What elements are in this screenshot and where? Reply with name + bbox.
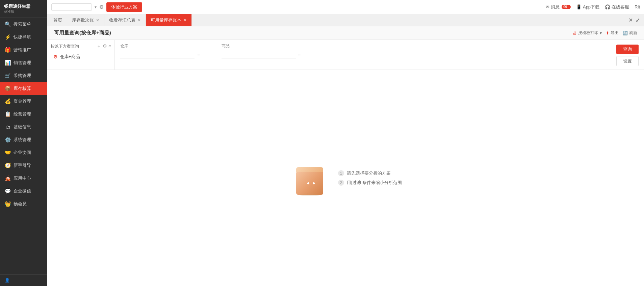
sidebar-logo: 畅康通好生意 标准版 — [0, 0, 47, 18]
tab-home[interactable]: 首页 — [49, 14, 67, 26]
query-scheme-title: 按以下方案查询 — [51, 44, 79, 49]
sidebar-item-app_center[interactable]: 🎪应用中心 — [0, 172, 47, 185]
tab-label-batch_account: 库存批次账 — [72, 17, 94, 23]
sidebar-enterprise-label: 企业协同 — [14, 150, 31, 156]
export-label: 导出 — [611, 30, 619, 36]
online-service-button[interactable]: 🎧 在线客服 — [605, 4, 629, 10]
sidebar-wechat_biz-icon: 💬 — [5, 188, 11, 194]
tabs-right-actions: ✕ ⤢ — [628, 17, 643, 23]
sidebar-inventory-icon: 📦 — [5, 85, 11, 92]
sidebar-item-wechat_biz[interactable]: 💬企业微信 — [0, 185, 47, 198]
sidebar-app_center-label: 应用中心 — [14, 175, 31, 181]
goods-more-icon[interactable]: ··· — [298, 52, 302, 57]
page-title: 可用量查询(按仓库+商品) — [54, 30, 111, 36]
sidebar-sys_mgmt-label: 系统管理 — [14, 137, 31, 143]
add-scheme-icon[interactable]: ＋ — [97, 43, 101, 49]
print-button[interactable]: 🖨 按模板打印 ▾ — [573, 30, 602, 36]
refresh-button[interactable]: 🔄 刷新 — [623, 30, 637, 36]
tab-batch_account[interactable]: 库存批次账✕ — [67, 14, 104, 26]
goods-input-row: ··· — [222, 50, 316, 58]
sidebar-enterprise-icon: 🤝 — [5, 150, 11, 156]
settings-scheme-icon[interactable]: ⚙ — [103, 43, 107, 49]
sidebar-base_info-icon: 🗂 — [5, 124, 11, 130]
topbar-chevron-icon[interactable]: ▾ — [95, 5, 97, 9]
sidebar-marketing_promo-icon: 🎁 — [5, 47, 11, 53]
sidebar-item-shortcut[interactable]: ⚡快捷导航 — [0, 31, 47, 44]
collapse-scheme-icon[interactable]: « — [108, 43, 111, 49]
empty-hints: 1 请先选择要分析的方案 2 用[过滤]条件来缩小分析范围 — [338, 170, 402, 186]
maximize-button[interactable]: ⤢ — [636, 17, 640, 23]
industry-solution-button[interactable]: 体验行业方案 — [106, 2, 142, 12]
tab-close-collect_summary[interactable]: ✕ — [137, 18, 141, 23]
sidebar-item-vip[interactable]: 👑畅会员 — [0, 198, 47, 210]
tab-label-available_ledger: 可用量库存账本 — [151, 17, 181, 23]
topbar-gear-icon[interactable]: ⚙ — [99, 4, 104, 10]
sidebar-operations-label: 经营管理 — [14, 111, 31, 117]
goods-filter-field: 商品 ··· — [222, 43, 316, 58]
sidebar-shortcut-icon: ⚡ — [5, 34, 11, 40]
warehouse-more-icon[interactable]: ··· — [197, 52, 200, 57]
sidebar-vip-icon: 👑 — [5, 201, 11, 207]
sidebar-operations-icon: 📋 — [5, 111, 11, 117]
hint-text-1: 请先选择要分析的方案 — [347, 170, 391, 176]
print-chevron-icon: ▾ — [600, 31, 602, 35]
refresh-icon: 🔄 — [623, 31, 628, 35]
scheme-warehouse-goods[interactable]: ⚙ 仓库+商品 — [51, 52, 111, 61]
refresh-label: 刷新 — [629, 30, 637, 36]
topbar-search-input[interactable] — [51, 3, 92, 11]
hint-text-2: 用[过滤]条件来缩小分析范围 — [347, 180, 402, 186]
tab-close-available_ledger[interactable]: ✕ — [183, 18, 187, 23]
sidebar: 畅康通好生意 标准版 🔍搜索菜单⚡快捷导航🎁营销推广📊销售管理🛒采购管理📦库存核… — [0, 0, 47, 286]
headset-icon: 🎧 — [605, 4, 610, 9]
tab-available_ledger[interactable]: 可用量库存账本✕ — [146, 14, 192, 26]
left-eye — [307, 182, 309, 184]
sidebar-sales_mgmt-icon: 📊 — [5, 60, 11, 66]
sidebar-nav: 🔍搜索菜单⚡快捷导航🎁营销推广📊销售管理🛒采购管理📦库存核算💰资金管理📋经营管理… — [0, 18, 47, 274]
sidebar-purchase_mgmt-icon: 🛒 — [5, 73, 11, 79]
sidebar-bottom-user[interactable]: 👤 — [0, 274, 47, 286]
sidebar-item-inventory[interactable]: 📦库存核算 — [0, 82, 47, 95]
sidebar-item-new_guide[interactable]: 🧭新手引导 — [0, 159, 47, 172]
sidebar-search-label: 搜索菜单 — [14, 21, 31, 27]
scheme-label: 仓库+商品 — [60, 54, 80, 60]
sidebar-base_info-label: 基础信息 — [14, 124, 31, 130]
sidebar-item-finance[interactable]: 💰资金管理 — [0, 95, 47, 108]
warehouse-input[interactable] — [120, 50, 195, 58]
sidebar-item-sales_mgmt[interactable]: 📊销售管理 — [0, 56, 47, 69]
print-icon: 🖨 — [573, 31, 577, 35]
scheme-gear-icon: ⚙ — [53, 54, 58, 59]
sidebar-sales_mgmt-label: 销售管理 — [14, 60, 31, 66]
message-button[interactable]: ✉ 消息 99+ — [546, 4, 571, 10]
topbar: ▾ ⚙ 体验行业方案 ✉ 消息 99+ 📱 App下载 🎧 在线客服 Rit — [47, 0, 644, 14]
message-label: 消息 — [551, 4, 560, 10]
sidebar-item-marketing_promo[interactable]: 🎁营销推广 — [0, 44, 47, 56]
tab-close-batch_account[interactable]: ✕ — [96, 18, 99, 23]
query-filter-area: 仓库 ··· 商品 ··· 查询 设置 — [115, 40, 644, 70]
sidebar-item-sys_mgmt[interactable]: ⚙️系统管理 — [0, 133, 47, 146]
query-button[interactable]: 查询 — [616, 45, 639, 54]
query-settings-button[interactable]: 设置 — [616, 56, 639, 66]
hint-num-2: 2 — [338, 180, 344, 186]
query-section: 按以下方案查询 ＋ ⚙ « ⚙ 仓库+商品 仓库 — [47, 40, 644, 70]
sidebar-item-enterprise[interactable]: 🤝企业协同 — [0, 146, 47, 159]
warehouse-filter-field: 仓库 ··· — [120, 43, 215, 58]
sidebar-item-search[interactable]: 🔍搜索菜单 — [0, 18, 47, 31]
message-badge: 99+ — [562, 5, 571, 9]
query-buttons: 查询 设置 — [616, 43, 639, 66]
username-label[interactable]: Rit — [635, 4, 640, 9]
tab-label-home: 首页 — [53, 17, 62, 23]
close-tab-button[interactable]: ✕ — [628, 17, 633, 23]
export-button[interactable]: ⬆ 导出 — [606, 30, 619, 36]
app-download-button[interactable]: 📱 App下载 — [576, 4, 599, 10]
sidebar-finance-icon: 💰 — [5, 98, 11, 104]
sidebar-item-operations[interactable]: 📋经营管理 — [0, 108, 47, 121]
sidebar-item-base_info[interactable]: 🗂基础信息 — [0, 121, 47, 133]
sidebar-wechat_biz-label: 企业微信 — [14, 188, 31, 194]
tab-collect_summary[interactable]: 收发存汇总表✕ — [104, 14, 146, 26]
sidebar-item-purchase_mgmt[interactable]: 🛒采购管理 — [0, 69, 47, 82]
goods-input[interactable] — [222, 50, 296, 58]
goods-label: 商品 — [222, 43, 316, 49]
sidebar-search-icon: 🔍 — [5, 21, 11, 27]
tab-label-collect_summary: 收发存汇总表 — [109, 17, 135, 23]
empty-hint-2: 2 用[过滤]条件来缩小分析范围 — [338, 180, 402, 186]
